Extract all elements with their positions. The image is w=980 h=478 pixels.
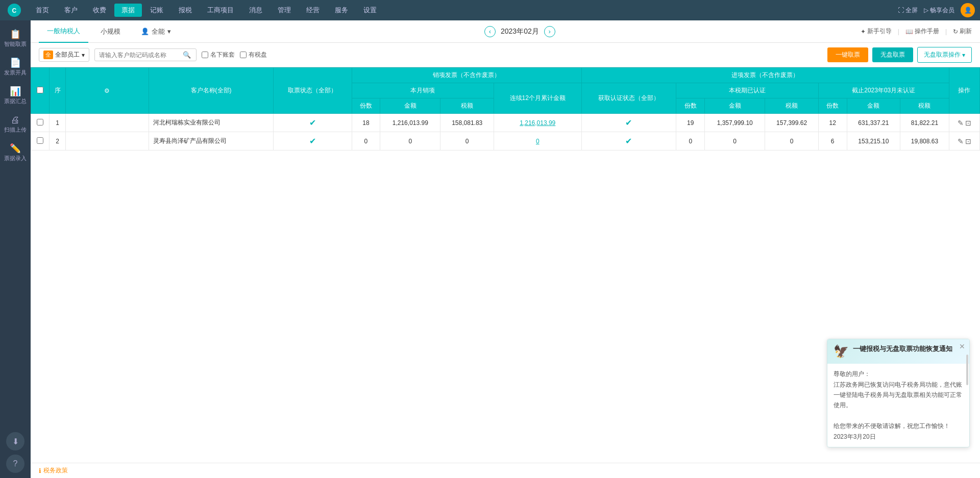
notif-scrollbar <box>966 355 968 385</box>
tab-all-dropdown-icon[interactable]: ▾ <box>167 28 171 35</box>
checkbox-tax-disk[interactable]: 有税盘 <box>240 51 267 59</box>
row2-edit-icon[interactable]: ✎ <box>958 137 964 145</box>
date-nav: ‹ 2023年02月 › <box>183 26 856 37</box>
row1-pur-conf-count: 19 <box>676 114 705 132</box>
notif-close-btn[interactable]: ✕ <box>959 342 965 350</box>
select-all-checkbox[interactable] <box>37 87 43 93</box>
row2-checkbox-input[interactable] <box>37 137 43 144</box>
row2-pur-conf-amount: 0 <box>705 132 765 150</box>
toolbar: 全 全部员工 ▾ 🔍 名下账套 有税盘 一键取票 无盘取票 无盘取票操作 ▾ <box>31 43 980 67</box>
th-not-conf-count: 份数 <box>818 98 847 114</box>
row2-cumulative: 0 <box>494 132 582 150</box>
nav-fee[interactable]: 收费 <box>86 4 113 17</box>
row1-not-conf-amount: 631,337.21 <box>847 114 900 132</box>
row2-cumulative-link[interactable]: 0 <box>536 138 540 145</box>
row1-view-icon[interactable]: ⊡ <box>965 119 971 127</box>
date-next-btn[interactable]: › <box>544 26 555 37</box>
row2-confirm-icon: ✔ <box>625 137 632 145</box>
tab-all-icon: 👤 <box>141 28 149 35</box>
no-disk-ops-btn[interactable]: 无盘取票操作 ▾ <box>917 47 972 63</box>
sidebar-item-scan[interactable]: 🖨 扫描上传 <box>2 111 29 138</box>
nav-invoice[interactable]: 票据 <box>114 4 142 17</box>
one-click-ticket-btn[interactable]: 一键取票 <box>827 47 868 62</box>
sidebar-help-btn[interactable]: ? <box>6 455 24 473</box>
checkbox-tax-disk-input[interactable] <box>240 52 247 58</box>
sidebar-download-btn[interactable]: ⬇ <box>6 432 24 450</box>
row1-checkbox-input[interactable] <box>37 119 43 125</box>
refresh-btn[interactable]: ↻ 刷新 <box>953 27 972 36</box>
user-avatar[interactable]: 👤 <box>961 3 975 17</box>
sidebar-item-open-invoice[interactable]: 📄 发票开具 <box>2 54 29 81</box>
sidebar-label-summary: 票据汇总 <box>4 97 27 105</box>
sidebar-item-summary[interactable]: 📊 票据汇总 <box>2 83 29 109</box>
search-wrap: 🔍 <box>94 48 197 61</box>
row1-edit-icon[interactable]: ✎ <box>958 119 964 127</box>
th-take-status: 取票状态（全部） <box>274 68 352 114</box>
nav-service[interactable]: 服务 <box>328 4 355 17</box>
nav-tax[interactable]: 报税 <box>172 4 199 17</box>
th-sales-count: 份数 <box>352 98 380 114</box>
th-cumulative-12m: 连续12个月累计金额 <box>494 83 582 114</box>
row1-ops: ✎ ⊡ <box>949 114 979 132</box>
th-settings-icon: ⚙ <box>66 68 149 114</box>
sidebar-item-smart-ticket[interactable]: 📋 智能取票 <box>2 26 29 52</box>
new-guide-btn[interactable]: ✦ 新手引导 <box>861 27 892 36</box>
no-disk-btn[interactable]: 无盘取票 <box>872 47 913 62</box>
th-current-period-confirmed: 本税期已认证 <box>676 83 818 98</box>
th-pur-conf-count: 份数 <box>676 98 705 114</box>
th-pur-conf-amount: 金额 <box>705 98 765 114</box>
search-icon[interactable]: 🔍 <box>183 51 191 59</box>
fullscreen-btn[interactable]: ⛶ 全屏 <box>898 6 918 15</box>
nav-bookkeeping[interactable]: 记账 <box>143 4 170 17</box>
notification-popup: ✕ 🦅 一键报税与无盘取票功能恢复通知 尊敬的用户： 江苏政务网已恢复访问电子税… <box>827 339 970 447</box>
row2-settings <box>66 132 149 150</box>
tax-policy-link[interactable]: 税务政策 <box>43 466 68 475</box>
employee-filter-label: 全部员工 <box>55 51 80 59</box>
row2-take-status-icon: ✔ <box>309 137 316 145</box>
nav-home[interactable]: 首页 <box>29 4 56 17</box>
search-input[interactable] <box>99 52 181 59</box>
row2-view-icon[interactable]: ⊡ <box>965 137 971 145</box>
row2-confirm-status: ✔ <box>581 132 676 150</box>
nav-customer[interactable]: 客户 <box>57 4 85 17</box>
input-icon: ✏️ <box>10 144 21 153</box>
sidebar-bottom: ⬇ ? <box>6 432 24 473</box>
checkbox-sub-account-input[interactable] <box>202 52 208 58</box>
tab-small-scale[interactable]: 小规模 <box>92 20 129 43</box>
sidebar-item-input[interactable]: ✏️ 票据录入 <box>2 140 29 166</box>
notif-title: 一键报税与无盘取票功能恢复通知 <box>853 344 952 354</box>
svg-text:C: C <box>12 7 17 14</box>
nav-operation[interactable]: 经营 <box>299 4 327 17</box>
row1-settings <box>66 114 149 132</box>
column-settings-icon[interactable]: ⚙ <box>104 87 110 94</box>
nav-message[interactable]: 消息 <box>242 4 270 17</box>
nav-settings[interactable]: 设置 <box>356 4 384 17</box>
tab-all[interactable]: 👤 全能 ▾ <box>133 20 179 43</box>
row2-not-conf-amount: 153,215.10 <box>847 132 900 150</box>
row1-cumulative-link[interactable]: 1,216,013.99 <box>520 119 555 127</box>
sidebar-label-open-invoice: 发票开具 <box>4 69 27 77</box>
left-sidebar: 📋 智能取票 📄 发票开具 📊 票据汇总 🖨 扫描上传 ✏️ 票据录入 ⬇ ? <box>0 20 31 478</box>
nav-management[interactable]: 管理 <box>271 4 298 17</box>
top-nav-right: ⛶ 全屏 ▷ 畅享会员 👤 <box>898 3 975 17</box>
th-checkbox <box>31 68 50 114</box>
app-logo: C <box>5 1 23 19</box>
employee-filter[interactable]: 全 全部员工 ▾ <box>39 48 89 62</box>
top-nav-items: 首页 客户 收费 票据 记账 报税 工商项目 消息 管理 经营 服务 设置 <box>29 4 898 17</box>
nav-business[interactable]: 工商项目 <box>200 4 241 17</box>
tab-bar: 一般纳税人 小规模 👤 全能 ▾ ‹ 2023年02月 › ✦ 新手引导 | 📖… <box>31 20 980 43</box>
checkbox-sub-account[interactable]: 名下账套 <box>202 51 235 59</box>
vip-btn[interactable]: ▷ 畅享会员 <box>924 6 954 15</box>
employee-dropdown-icon: ▾ <box>82 52 85 59</box>
manual-btn[interactable]: 📖 操作手册 <box>905 27 939 36</box>
date-current: 2023年02月 <box>501 27 539 36</box>
toolbar-right: 一键取票 无盘取票 无盘取票操作 ▾ <box>827 47 972 63</box>
sidebar-label-smart-ticket: 智能取票 <box>4 40 27 48</box>
tab-general-taxpayer[interactable]: 一般纳税人 <box>39 20 88 43</box>
th-operations: 操作 <box>949 68 979 114</box>
date-prev-btn[interactable]: ‹ <box>484 26 496 37</box>
th-no: 序 <box>50 68 66 114</box>
notif-apology: 给您带来的不便敬请谅解，祝您工作愉快！ <box>834 421 963 431</box>
bottom-bar: ℹ 税务政策 <box>31 463 980 478</box>
row1-not-conf-count: 12 <box>818 114 847 132</box>
